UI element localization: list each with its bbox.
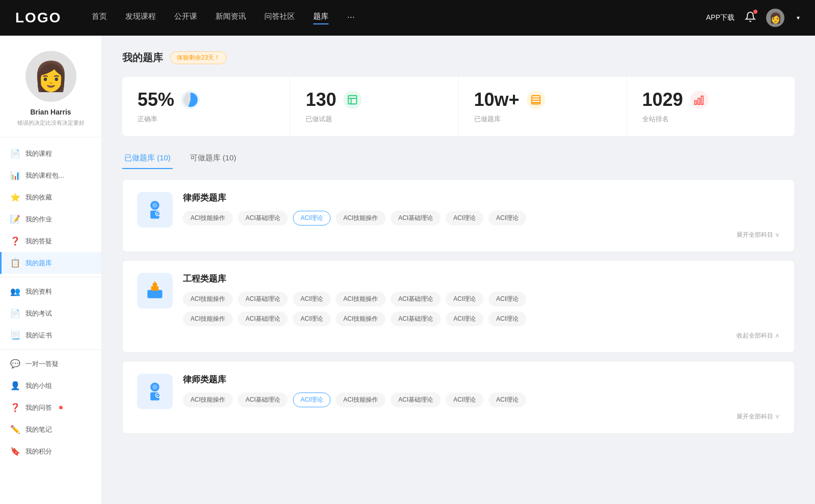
- tags-row-2-row2: ACI技能操作 ACI基础理论 ACI理论 ACI技能操作 ACI基础理论 AC…: [183, 312, 780, 326]
- sidebar-item-favorites[interactable]: ⭐ 我的收藏: [0, 186, 101, 208]
- done-banks-icon: [527, 91, 545, 109]
- tag-2-11[interactable]: ACI基础理论: [391, 312, 441, 326]
- tag-1-1[interactable]: ACI基础理论: [238, 211, 288, 226]
- tag-3-3[interactable]: ACI技能操作: [336, 393, 386, 407]
- stat-accuracy-value: 55%: [138, 89, 174, 110]
- tag-2-2[interactable]: ACI理论: [293, 292, 331, 306]
- svg-rect-15: [147, 290, 162, 298]
- logo: LOGO: [15, 10, 61, 26]
- tag-3-4[interactable]: ACI基础理论: [391, 393, 441, 407]
- sidebar-item-groups[interactable]: 👤 我的小组: [0, 375, 101, 397]
- svg-rect-9: [701, 96, 703, 105]
- tag-1-3[interactable]: ACI技能操作: [336, 211, 386, 226]
- stat-done-banks-value: 10w+: [474, 89, 520, 110]
- nav-more[interactable]: ···: [347, 12, 355, 24]
- tag-2-10[interactable]: ACI技能操作: [336, 312, 386, 326]
- tag-2-1[interactable]: ACI基础理论: [238, 292, 288, 306]
- tag-2-13[interactable]: ACI理论: [488, 312, 526, 326]
- sidebar-item-qa[interactable]: ❓ 我的答疑: [0, 230, 101, 252]
- expand-link-2[interactable]: 收起全部科目 ∧: [183, 331, 780, 340]
- question-bank-icon: 📋: [10, 258, 19, 268]
- tags-row-3: ACI技能操作 ACI基础理论 ACI理论 ACI技能操作 ACI基础理论 AC…: [183, 393, 780, 407]
- sidebar-menu: 📄 我的课程 📊 我的课程包... ⭐ 我的收藏 📝 我的作业 ❓ 我的答疑 📋: [0, 137, 101, 467]
- tag-3-5[interactable]: ACI理论: [446, 393, 483, 407]
- qbank-icon-lawyer-1: [137, 192, 173, 228]
- expand-link-3[interactable]: 展开全部科目 ∨: [183, 412, 780, 421]
- stat-rank: 1029 全站排名: [627, 77, 795, 136]
- rank-icon: [690, 91, 709, 109]
- svg-point-22: [152, 384, 157, 389]
- nav-qa[interactable]: 问答社区: [264, 12, 295, 24]
- course-packages-icon: 📊: [10, 171, 19, 180]
- sidebar-item-label: 我的小组: [25, 381, 52, 390]
- main-layout: 👩 Brian Harris 错误的决定比没有决定要好 📄 我的课程 📊 我的课…: [0, 36, 815, 504]
- stat-rank-value: 1029: [642, 89, 683, 110]
- nav-news[interactable]: 新闻资讯: [215, 12, 246, 24]
- sidebar-username: Brian Harris: [30, 108, 71, 116]
- tags-row-2-row1: ACI技能操作 ACI基础理论 ACI理论 ACI技能操作 ACI基础理论 AC…: [183, 292, 780, 306]
- tag-2-5[interactable]: ACI理论: [446, 292, 483, 306]
- tag-2-3[interactable]: ACI技能操作: [336, 292, 386, 306]
- qbank-card-3: 律师类题库 ACI技能操作 ACI基础理论 ACI理论 ACI技能操作 ACI基…: [122, 361, 795, 434]
- sidebar: 👩 Brian Harris 错误的决定比没有决定要好 📄 我的课程 📊 我的课…: [0, 36, 102, 504]
- tag-1-4[interactable]: ACI基础理论: [391, 211, 441, 226]
- app-download-button[interactable]: APP下载: [706, 13, 735, 22]
- one-on-one-icon: 💬: [10, 359, 19, 369]
- questions-notification-dot: [59, 406, 63, 409]
- tag-2-12[interactable]: ACI理论: [446, 312, 483, 326]
- nav-open-course[interactable]: 公开课: [174, 12, 197, 24]
- sidebar-item-label: 我的课程包...: [25, 171, 64, 180]
- expand-link-1[interactable]: 展开全部科目 ∨: [183, 231, 780, 239]
- sidebar-item-course-packages[interactable]: 📊 我的课程包...: [0, 164, 101, 186]
- sidebar-item-points[interactable]: 🔖 我的积分: [0, 440, 101, 462]
- qbank-body-2: 工程类题库 ACI技能操作 ACI基础理论 ACI理论 ACI技能操作 ACI基…: [183, 273, 780, 340]
- sidebar-item-question-bank[interactable]: 📋 我的题库: [0, 252, 101, 274]
- sidebar-item-label: 一对一答疑: [25, 359, 59, 369]
- certificates-icon: 📃: [10, 330, 19, 340]
- qbank-tabs: 已做题库 (10) 可做题库 (10): [122, 148, 795, 169]
- tag-3-6[interactable]: ACI理论: [488, 393, 526, 407]
- tag-3-0[interactable]: ACI技能操作: [183, 393, 233, 407]
- qbank-icon-engineer: [137, 273, 173, 309]
- tag-2-6[interactable]: ACI理论: [488, 292, 526, 306]
- sidebar-divider-2: [0, 349, 101, 350]
- tag-3-1[interactable]: ACI基础理论: [238, 393, 288, 407]
- tab-available-banks[interactable]: 可做题库 (10): [188, 148, 238, 169]
- sidebar-item-homework[interactable]: 📝 我的作业: [0, 208, 101, 230]
- tag-2-0[interactable]: ACI技能操作: [183, 292, 233, 306]
- sidebar-item-my-questions[interactable]: ❓ 我的问答: [0, 397, 101, 418]
- tag-1-2[interactable]: ACI理论: [293, 211, 331, 226]
- tab-done-banks[interactable]: 已做题库 (10): [122, 148, 173, 169]
- tag-3-2[interactable]: ACI理论: [293, 393, 331, 407]
- sidebar-item-label: 我的资料: [25, 287, 52, 296]
- tag-2-4[interactable]: ACI基础理论: [391, 292, 441, 306]
- sidebar-item-profile[interactable]: 👥 我的资料: [0, 281, 101, 302]
- tag-2-9[interactable]: ACI理论: [293, 312, 331, 326]
- nav-questions[interactable]: 题库: [313, 12, 329, 24]
- sidebar-item-label: 我的题库: [25, 259, 52, 268]
- sidebar-divider: [0, 277, 101, 277]
- sidebar-item-certificates[interactable]: 📃 我的证书: [0, 324, 101, 346]
- nav-home[interactable]: 首页: [92, 12, 107, 24]
- tag-2-7[interactable]: ACI技能操作: [183, 312, 233, 326]
- stats-row: 55% 正确率 130 已做试题: [122, 77, 795, 136]
- notification-bell[interactable]: [745, 11, 756, 24]
- tag-1-5[interactable]: ACI理论: [446, 211, 483, 226]
- notification-dot: [753, 10, 757, 14]
- avatar[interactable]: 👩: [766, 9, 784, 27]
- sidebar-item-one-on-one[interactable]: 💬 一对一答疑: [0, 353, 101, 375]
- sidebar-item-notes[interactable]: ✏️ 我的笔记: [0, 418, 101, 440]
- tag-1-6[interactable]: ACI理论: [488, 211, 526, 226]
- tag-1-0[interactable]: ACI技能操作: [183, 211, 233, 226]
- sidebar-item-label: 我的积分: [25, 447, 52, 456]
- stat-rank-label: 全站排名: [642, 115, 779, 124]
- user-menu-chevron[interactable]: ▾: [797, 14, 800, 21]
- sidebar-item-label: 我的考试: [25, 309, 52, 318]
- sidebar-item-my-courses[interactable]: 📄 我的课程: [0, 143, 101, 164]
- nav-discover[interactable]: 发现课程: [125, 12, 156, 24]
- page-title: 我的题库: [122, 51, 163, 65]
- profile-icon: 👥: [10, 287, 19, 296]
- qbank-body-1: 律师类题库 ACI技能操作 ACI基础理论 ACI理论 ACI技能操作 ACI基…: [183, 192, 780, 239]
- sidebar-item-exams[interactable]: 📄 我的考试: [0, 302, 101, 324]
- tag-2-8[interactable]: ACI基础理论: [238, 312, 288, 326]
